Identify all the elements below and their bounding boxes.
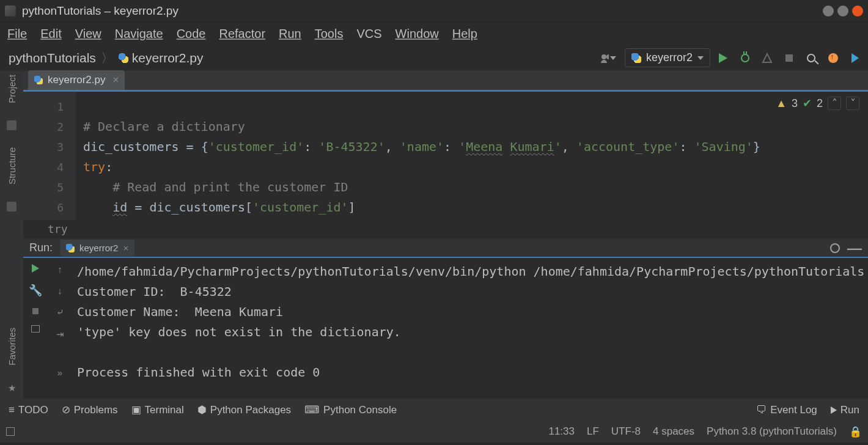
close-run-tab-icon[interactable]: × bbox=[123, 243, 128, 253]
softwrap-button[interactable]: ⤶ bbox=[56, 307, 64, 318]
python-interpreter[interactable]: Python 3.8 (pythonTutorials) bbox=[707, 425, 837, 438]
run-output[interactable]: /home/fahmida/PycharmProjects/pythonTuto… bbox=[72, 258, 868, 383]
tool-tab-favorites[interactable]: Favorites bbox=[7, 328, 17, 366]
check-count: 2 bbox=[817, 97, 823, 110]
menu-file[interactable]: File bbox=[7, 27, 27, 41]
update-icon bbox=[828, 53, 838, 63]
file-encoding[interactable]: UTF-8 bbox=[611, 425, 641, 438]
run-toolbar-left: 🔧 bbox=[23, 258, 48, 383]
line-number: 3 bbox=[23, 137, 64, 157]
output-line: Customer Name: Meena Kumari bbox=[77, 304, 283, 319]
menu-view[interactable]: View bbox=[75, 27, 101, 41]
run-body: 🔧 ↑ ↓ ⤶ ⇥ » /home/fahmida/PycharmProject… bbox=[23, 258, 868, 383]
tool-tab-structure[interactable]: Structure bbox=[7, 147, 17, 185]
run-title: Run: bbox=[29, 241, 53, 254]
line-number: 2 bbox=[23, 117, 64, 137]
run-tab[interactable]: keyerror2 × bbox=[60, 240, 134, 256]
run-configuration-dropdown[interactable]: keyerror2 bbox=[625, 48, 710, 67]
up-button[interactable]: ↑ bbox=[57, 264, 62, 274]
settings-icon[interactable] bbox=[830, 243, 840, 253]
lock-icon[interactable]: 🔒 bbox=[849, 425, 862, 438]
python-icon bbox=[66, 244, 75, 252]
menu-tools[interactable]: Tools bbox=[315, 27, 344, 41]
tool-tab-project[interactable]: Project bbox=[7, 75, 17, 103]
tool-terminal[interactable]: ▣Terminal bbox=[131, 403, 184, 416]
more-button[interactable]: » bbox=[57, 367, 62, 378]
tool-python-packages[interactable]: ⬢Python Packages bbox=[197, 403, 291, 416]
hide-tool-window-button[interactable]: — bbox=[847, 240, 862, 257]
inspections-widget[interactable]: ▲3 ✔2 ˄ ˅ bbox=[776, 97, 859, 110]
code-line-4: # Read and print the customer ID bbox=[83, 180, 348, 194]
stop-button[interactable] bbox=[782, 51, 796, 65]
python-file-icon bbox=[34, 76, 43, 84]
update-button[interactable] bbox=[826, 51, 840, 65]
structure-icon[interactable] bbox=[7, 202, 17, 211]
window-title: pythonTutorials – keyerror2.py bbox=[22, 4, 178, 18]
tool-windows-button[interactable] bbox=[6, 427, 15, 436]
tool-event-log[interactable]: 🗨Event Log bbox=[756, 404, 817, 416]
menu-code[interactable]: Code bbox=[177, 27, 206, 41]
menu-help[interactable]: Help bbox=[452, 27, 477, 41]
close-button[interactable] bbox=[852, 6, 863, 17]
status-bar: 11:33 LF UTF-8 4 spaces Python 3.8 (pyth… bbox=[0, 421, 868, 443]
breadcrumb-file[interactable]: keyerror2.py bbox=[132, 51, 204, 65]
code-editor[interactable]: 1 2 3 4 5 6 # Declare a dictionary dic_c… bbox=[23, 92, 868, 220]
code-line-2: dic_customers = {'customer_id': 'B-45322… bbox=[83, 139, 760, 154]
prev-highlight-button[interactable]: ˄ bbox=[828, 97, 841, 110]
code-content[interactable]: # Declare a dictionary dic_customers = {… bbox=[76, 92, 868, 220]
debug-button[interactable] bbox=[738, 51, 752, 65]
editor-tabs: keyerror2.py × bbox=[23, 71, 868, 92]
line-separator[interactable]: LF bbox=[587, 425, 599, 438]
down-button[interactable]: ↓ bbox=[57, 285, 62, 296]
run-header: Run: keyerror2 × — bbox=[23, 239, 868, 258]
coverage-button[interactable] bbox=[760, 51, 774, 65]
minimize-button[interactable] bbox=[823, 6, 834, 17]
menu-run[interactable]: Run bbox=[279, 27, 301, 41]
edit-config-button[interactable]: 🔧 bbox=[29, 284, 42, 297]
menu-bar: File Edit View Navigate Code Refactor Ru… bbox=[0, 22, 868, 45]
menu-navigate[interactable]: Navigate bbox=[115, 27, 163, 41]
menu-edit[interactable]: Edit bbox=[40, 27, 61, 41]
run-config-name: keyerror2 bbox=[646, 51, 693, 64]
gutter: 1 2 3 4 5 6 bbox=[23, 92, 76, 220]
menu-refactor[interactable]: Refactor bbox=[219, 27, 265, 41]
maximize-button[interactable] bbox=[837, 6, 848, 17]
search-icon bbox=[807, 54, 815, 62]
star-icon[interactable]: ★ bbox=[8, 383, 16, 394]
tool-run[interactable]: Run bbox=[831, 404, 859, 416]
warning-icon: ▲ bbox=[776, 97, 787, 110]
rerun-button[interactable] bbox=[32, 264, 39, 273]
caret-position[interactable]: 11:33 bbox=[548, 425, 575, 438]
play-blue-icon bbox=[851, 53, 859, 63]
next-highlight-button[interactable]: ˅ bbox=[846, 97, 859, 110]
tool-todo[interactable]: ≡TODO bbox=[9, 404, 48, 416]
run-tool-window: Run: keyerror2 × — 🔧 ↑ bbox=[23, 238, 868, 383]
breadcrumb-project[interactable]: pythonTutorials bbox=[9, 51, 96, 65]
ide-updates-button[interactable] bbox=[848, 51, 862, 65]
toolbar-actions bbox=[716, 51, 862, 65]
scroll-button[interactable]: ⇥ bbox=[56, 329, 64, 340]
run-tab-label: keyerror2 bbox=[79, 243, 118, 253]
menu-window[interactable]: Window bbox=[395, 27, 439, 41]
editor-tab-keyerror2[interactable]: keyerror2.py × bbox=[28, 70, 125, 90]
tool-python-console[interactable]: ⌨Python Console bbox=[304, 403, 397, 416]
run-button[interactable] bbox=[716, 51, 730, 65]
bottom-tool-tabs: ≡TODO ⊘Problems ▣Terminal ⬢Python Packag… bbox=[0, 399, 868, 421]
search-everywhere-button[interactable] bbox=[804, 51, 818, 65]
breadcrumb-separator: 〉 bbox=[101, 50, 114, 67]
folder-icon[interactable] bbox=[7, 120, 17, 130]
python-file-icon bbox=[119, 53, 128, 63]
output-line: 'type' key does not exist in the diction… bbox=[77, 325, 401, 339]
left-tool-tabs: Project Structure Favorites ★ bbox=[0, 71, 23, 399]
close-tab-icon[interactable]: × bbox=[112, 74, 119, 86]
layout-button[interactable] bbox=[31, 325, 40, 333]
editor-tab-label: keyerror2.py bbox=[48, 74, 105, 86]
app-icon bbox=[5, 6, 16, 17]
editor-breadcrumb-item[interactable]: try bbox=[48, 223, 68, 235]
tool-problems[interactable]: ⊘Problems bbox=[62, 403, 118, 416]
menu-vcs[interactable]: VCS bbox=[356, 27, 381, 41]
indent-settings[interactable]: 4 spaces bbox=[653, 425, 694, 438]
code-with-me-icon[interactable] bbox=[599, 52, 616, 64]
stop-run-button[interactable] bbox=[32, 308, 39, 314]
code-line-5: id = dic_customers['customer_id'] bbox=[83, 200, 356, 215]
